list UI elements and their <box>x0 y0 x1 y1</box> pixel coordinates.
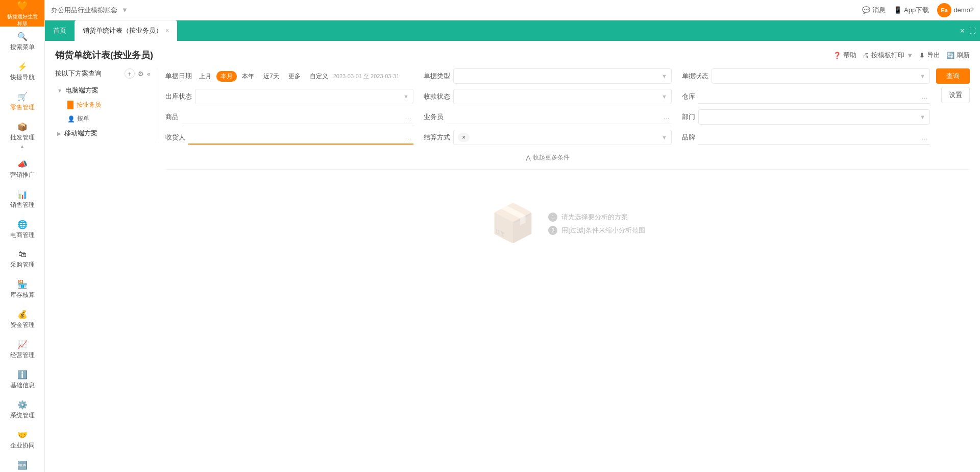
sidebar-item-inventory[interactable]: 🏪 库存核算 <box>0 274 44 304</box>
panel-header: 按以下方案查询 + ⚙ « <box>55 68 151 79</box>
settings-scheme-button[interactable]: ⚙ <box>138 70 144 78</box>
tree-expand-arrow: ▼ <box>57 88 62 93</box>
sidebar-item-search[interactable]: 🔍 搜索菜单 <box>0 27 44 57</box>
date-btn-last-month[interactable]: 上月 <box>195 71 215 82</box>
collapse-panel-button[interactable]: « <box>147 70 151 78</box>
goods-input[interactable]: … <box>182 110 413 124</box>
search-icon: 🔍 <box>17 32 28 41</box>
warehouse-input[interactable]: … <box>698 89 930 104</box>
sidebar-item-ecommerce[interactable]: 🌐 电商管理 <box>0 215 44 245</box>
tab-sales-label: 销货单统计表（按业务员） <box>83 26 162 35</box>
delivery-cell: 出库状态 ▼ <box>165 89 413 104</box>
date-btn-this-year[interactable]: 本年 <box>238 71 258 82</box>
settings-button[interactable]: 设置 <box>941 87 970 103</box>
help-button[interactable]: ❓ 帮助 <box>833 51 856 60</box>
sidebar-item-management[interactable]: 📈 经营管理 <box>0 335 44 365</box>
topbar-right: 💬 消息 📱 App下载 Ea demo2 <box>862 3 974 17</box>
tabbar: 首页 销货单统计表（按业务员） × ✕ ⛶ <box>45 20 980 41</box>
order-status-cell: 单据状态 ▼ <box>682 68 930 84</box>
wholesale-icon: 📦 <box>17 122 28 132</box>
date-btn-this-month[interactable]: 本月 <box>216 71 237 82</box>
sidebar-item-retail[interactable]: 🛒 零售管理 <box>0 87 44 117</box>
receiver-dots: … <box>405 133 411 141</box>
add-scheme-button[interactable]: + <box>125 68 135 79</box>
tab-sales-report[interactable]: 销货单统计表（按业务员） × <box>75 20 177 41</box>
empty-tip-1: 1 请先选择要分析的方案 <box>548 213 645 222</box>
tip-num-2: 2 <box>548 226 557 235</box>
print-button[interactable]: 🖨 按模板打印 ▼ <box>863 51 913 60</box>
sidebar-item-purchase[interactable]: 🛍 采购管理 <box>0 245 44 274</box>
sidebar-item-basic[interactable]: ℹ️ 基础信息 <box>0 365 44 395</box>
settle-select[interactable]: × ▼ <box>453 130 672 145</box>
empty-tip-1-text: 请先选择要分析的方案 <box>561 213 628 222</box>
goods-label: 商品 <box>165 112 179 122</box>
receiver-input[interactable]: … <box>188 130 413 145</box>
settle-cell: 结算方式 × ▼ <box>424 130 672 145</box>
tab-close-icon[interactable]: × <box>165 27 169 34</box>
sidebar-item-nav[interactable]: ⚡ 快捷导航 <box>0 57 44 87</box>
filter-and-buttons: 单据日期 上月 本月 本年 近7天 更多 自定义 2023-03-01 至 20… <box>165 68 970 165</box>
topbar-dropdown-arrow[interactable]: ▼ <box>121 6 128 14</box>
tree-mobile-scheme[interactable]: ▶ 移动端方案 <box>55 126 151 141</box>
department-label: 部门 <box>682 112 695 122</box>
filter-row-4: 收货人 … 结算方式 <box>165 130 930 145</box>
brand-input[interactable]: … <box>698 130 930 145</box>
settle-tag: × <box>458 133 470 142</box>
payment-arrow: ▼ <box>662 93 667 100</box>
refresh-icon: 🔄 <box>946 52 954 59</box>
payment-select[interactable]: ▼ <box>453 89 672 104</box>
refresh-button[interactable]: 🔄 刷新 <box>946 51 970 60</box>
sidebar-item-label: 采购管理 <box>10 261 35 269</box>
query-button[interactable]: 查询 <box>936 68 970 84</box>
date-btn-more[interactable]: 更多 <box>284 71 305 82</box>
delivery-select[interactable]: ▼ <box>195 89 413 104</box>
empty-text: 1 请先选择要分析的方案 2 用[过滤]条件来缩小分析范围 <box>548 204 645 235</box>
export-button[interactable]: ⬇ 导出 <box>919 51 940 60</box>
tree-item-by-staff[interactable]: 按 按业务员 <box>65 98 151 112</box>
receiver-cell: 收货人 … <box>165 130 413 145</box>
empty-state: 📦 1 请先选择要分析的方案 2 用[过滤]条件来缩小分析范围 <box>165 174 970 272</box>
order-type-select[interactable]: ▼ <box>453 68 672 84</box>
expand-arrow: ▲ <box>20 144 25 149</box>
date-btn-custom[interactable]: 自定义 <box>306 71 332 82</box>
filter-layout: 按以下方案查询 + ⚙ « ▼ 电脑端方案 按 <box>55 68 970 272</box>
sidebar-item-marketing[interactable]: 📣 营销推广 <box>0 154 44 184</box>
help-label: 帮助 <box>843 51 856 60</box>
collapse-filter-button[interactable]: ⋀ 收起更多条件 <box>165 150 930 165</box>
print-dropdown-arrow[interactable]: ▼ <box>906 52 913 59</box>
tree-desktop-scheme[interactable]: ▼ 电脑端方案 <box>55 83 151 98</box>
message-button[interactable]: 💬 消息 <box>862 6 886 15</box>
date-filter-cell: 单据日期 上月 本月 本年 近7天 更多 自定义 2023-03-01 至 20… <box>165 71 413 82</box>
sidebar-item-collab[interactable]: 🤝 企业协同 <box>0 425 44 455</box>
tree-sub-items: 按 按业务员 👤 按单 <box>55 98 151 126</box>
filter-row-2: 出库状态 ▼ 收款状态 <box>165 89 930 104</box>
tree-by-order-label: 按单 <box>77 114 89 123</box>
user-profile[interactable]: Ea demo2 <box>937 3 974 17</box>
page-title: 销货单统计表(按业务员) <box>55 49 153 61</box>
order-status-arrow: ▼ <box>920 73 925 79</box>
department-select[interactable]: ▼ <box>698 109 930 125</box>
order-status-select[interactable]: ▼ <box>712 68 930 84</box>
tree-mobile-arrow: ▶ <box>57 131 61 136</box>
settle-tag-remove[interactable]: × <box>462 134 465 141</box>
order-type-arrow: ▼ <box>662 73 667 79</box>
sidebar-item-label: 企业协同 <box>10 441 35 450</box>
sidebar-item-finance[interactable]: 💰 资金管理 <box>0 304 44 335</box>
sidebar-item-system[interactable]: ⚙️ 系统管理 <box>0 395 44 425</box>
app-download-button[interactable]: 📱 App下载 <box>894 6 929 15</box>
sidebar-item-sales[interactable]: 📊 销售管理 <box>0 184 44 215</box>
page-inner: 销货单统计表(按业务员) ❓ 帮助 🖨 按模板打印 ▼ ⬇ 导出 <box>45 41 980 472</box>
sidebar-item-label: 零售管理 <box>10 103 35 112</box>
close-window-icon[interactable]: ✕ <box>960 27 965 35</box>
maximize-icon[interactable]: ⛶ <box>969 27 976 35</box>
date-btn-7days[interactable]: 近7天 <box>259 71 283 82</box>
sidebar-item-label: 基础信息 <box>10 381 35 390</box>
app-logo: 🧡 畅捷通好生意 标版 <box>0 0 44 27</box>
staff-input[interactable]: … <box>447 110 672 124</box>
page-header: 销货单统计表(按业务员) ❓ 帮助 🖨 按模板打印 ▼ ⬇ 导出 <box>55 49 970 61</box>
sidebar-item-wholesale[interactable]: 📦 批发管理 ▲ <box>0 117 44 154</box>
tab-home[interactable]: 首页 <box>45 20 75 41</box>
empty-tip-2: 2 用[过滤]条件来缩小分析范围 <box>548 226 645 235</box>
sidebar-item-guide[interactable]: 🆕 新手引导 <box>0 455 44 472</box>
action-buttons: 查询 设置 <box>936 68 970 103</box>
